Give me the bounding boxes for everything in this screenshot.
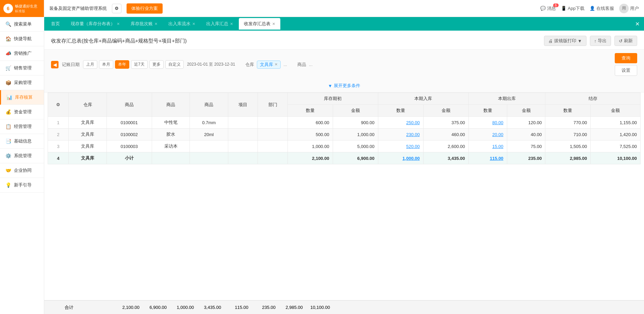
tab-bar: 首页 现存量（库存分布表） ✕ 库存批次账 ✕ 出入库流水 ✕ 出入库汇总 ✕ … bbox=[44, 17, 644, 31]
col-settings[interactable]: ⚙ bbox=[48, 93, 69, 117]
filter-collapse-btn[interactable]: ◀ bbox=[51, 61, 59, 68]
subtotal-row: 4 文具库 小计 2,100.00 6,900.00 1,000.00 3,43… bbox=[48, 152, 641, 164]
row-in-qty-2[interactable]: 230.00 bbox=[378, 129, 423, 141]
sidebar-item-finance[interactable]: 💰 资金管理 bbox=[0, 105, 44, 119]
subtotal-out-qty[interactable]: 115.00 bbox=[468, 152, 507, 164]
date-btn-7days[interactable]: 近7天 bbox=[131, 60, 148, 69]
row-out-qty-1[interactable]: 80.00 bbox=[468, 117, 507, 129]
sidebar-item-guide[interactable]: 💡 新手引导 bbox=[0, 178, 44, 193]
tab-close-batch[interactable]: ✕ bbox=[154, 22, 158, 26]
row-name-3: 采访本 bbox=[152, 141, 189, 152]
subtotal-in-amt: 3,435.00 bbox=[423, 152, 468, 164]
sidebar: 6 畅捷通好生意 标准版 🔍 搜索菜单 🏠 快捷导航 📣 营销推广 🛒 销售管理… bbox=[0, 0, 44, 314]
total-open-amt: 6,900.00 bbox=[143, 303, 170, 311]
tab-close-inventory-dist[interactable]: ✕ bbox=[117, 22, 120, 26]
app-download-action[interactable]: 📱 App下载 bbox=[561, 5, 584, 12]
dropdown-arrow-icon: ▼ bbox=[578, 38, 582, 44]
warehouse-tag-close[interactable]: ✕ bbox=[275, 62, 278, 67]
row-out-amt-1: 120.00 bbox=[507, 117, 545, 129]
tab-inventory-dist[interactable]: 现存量（库存分布表） ✕ bbox=[66, 18, 125, 30]
page-actions: 🖨 拔镜版打印 ▼ ↑ 导出 ↺ 刷新 bbox=[544, 36, 637, 46]
sidebar-item-search[interactable]: 🔍 搜索菜单 bbox=[0, 17, 44, 32]
settings-button[interactable]: ⚙ bbox=[112, 4, 121, 13]
row-in-qty-1[interactable]: 250.00 bbox=[378, 117, 423, 129]
table-row: 2 文具库 0100002 胶水 20ml 500.00 1,000.00 23… bbox=[48, 129, 641, 141]
row-num-2: 2 bbox=[48, 129, 69, 141]
search-icon: 🔍 bbox=[5, 21, 11, 27]
experience-btn[interactable]: 体验行业方案 bbox=[127, 3, 163, 14]
row-out-qty-2[interactable]: 20.00 bbox=[468, 129, 507, 141]
message-action[interactable]: 💬 消息 6 bbox=[540, 5, 556, 12]
date-btn-this-year[interactable]: 本年 bbox=[115, 60, 129, 69]
date-btn-last-month[interactable]: 上月 bbox=[83, 60, 97, 69]
user-action[interactable]: 用 用户 bbox=[619, 4, 639, 13]
sidebar-item-quick-nav[interactable]: 🏠 快捷导航 bbox=[0, 32, 44, 46]
expand-conditions-btn[interactable]: ▼ 展开更多条件 bbox=[328, 83, 360, 89]
print-button[interactable]: 🖨 拔镜版打印 ▼ bbox=[544, 36, 587, 46]
sidebar-item-operation[interactable]: 📋 经营管理 bbox=[0, 119, 44, 134]
row-out-amt-3: 75.00 bbox=[507, 141, 545, 152]
tab-inout-summary[interactable]: 出入库汇总 ✕ bbox=[201, 18, 238, 30]
date-range-display: 2023-01-01 至 2023-12-31 bbox=[187, 62, 235, 67]
export-button[interactable]: ↑ 导出 bbox=[590, 36, 611, 46]
tab-home[interactable]: 首页 bbox=[46, 18, 65, 30]
tab-close-inout-summary[interactable]: ✕ bbox=[230, 22, 233, 26]
warehouse-label: 仓库 bbox=[245, 62, 254, 68]
tab-batch[interactable]: 库存批次账 ✕ bbox=[126, 18, 163, 30]
sidebar-item-marketing[interactable]: 📣 营销推广 bbox=[0, 46, 44, 61]
tabs-close-all[interactable]: ✕ bbox=[632, 21, 642, 27]
row-close-amt-3: 7,525.00 bbox=[591, 141, 641, 152]
subtotal-open-amt: 6,900.00 bbox=[333, 152, 378, 164]
row-out-qty-3[interactable]: 15.00 bbox=[468, 141, 507, 152]
date-btn-custom[interactable]: 自定义 bbox=[165, 60, 184, 69]
row-close-amt-2: 1,420.00 bbox=[591, 129, 641, 141]
row-open-qty-2: 500.00 bbox=[287, 129, 333, 141]
system-title: 装备及固定资产辅助管理系统 bbox=[49, 5, 107, 12]
subtotal-in-qty[interactable]: 1,000.00 bbox=[378, 152, 423, 164]
page-header: 收发存汇总表(按仓库+商品编码+商品+规格型号+项目+部门) 🖨 拔镜版打印 ▼… bbox=[44, 31, 644, 50]
query-button[interactable]: 查询 bbox=[615, 53, 637, 63]
col-name: 商品 bbox=[152, 93, 189, 117]
tab-recv-send[interactable]: 收发存汇总表 ✕ bbox=[239, 18, 280, 30]
col-in: 本期入库 bbox=[378, 93, 468, 105]
export-icon: ↑ bbox=[594, 38, 597, 44]
refresh-button[interactable]: ↺ 刷新 bbox=[614, 36, 637, 46]
row-in-qty-3[interactable]: 520.00 bbox=[378, 141, 423, 152]
row-num-3: 3 bbox=[48, 141, 69, 152]
sidebar-item-enterprise[interactable]: 🤝 企业协同 bbox=[0, 163, 44, 178]
handshake-icon: 🤝 bbox=[5, 167, 11, 173]
row-close-qty-1: 770.00 bbox=[545, 117, 591, 129]
setting-button[interactable]: 设置 bbox=[615, 65, 637, 76]
row-in-amt-3: 2,600.00 bbox=[423, 141, 468, 152]
topbar: 装备及固定资产辅助管理系统 ⚙ 体验行业方案 💬 消息 6 📱 App下载 👤 … bbox=[44, 0, 644, 17]
col-out: 本期出库 bbox=[468, 93, 545, 105]
col-opening-amt: 金额 bbox=[333, 105, 378, 117]
tab-close-recv-send[interactable]: ✕ bbox=[272, 22, 275, 26]
warehouse-more[interactable]: ... bbox=[283, 62, 287, 67]
megaphone-icon: 📣 bbox=[5, 50, 11, 56]
row-close-qty-2: 710.00 bbox=[545, 129, 591, 141]
date-btn-more[interactable]: 更多 bbox=[149, 60, 164, 69]
row-dept-2 bbox=[258, 129, 287, 141]
warehouse-filter: 仓库 文具库 ✕ ... bbox=[245, 61, 287, 69]
app-logo: 6 畅捷通好生意 标准版 bbox=[0, 0, 44, 17]
tab-close-inout-flow[interactable]: ✕ bbox=[192, 22, 195, 26]
date-btn-this-month[interactable]: 本月 bbox=[99, 60, 113, 69]
col-opening: 库存期初 bbox=[287, 93, 378, 105]
warehouse-tag[interactable]: 文具库 ✕ bbox=[257, 61, 281, 69]
col-out-qty: 数量 bbox=[468, 105, 507, 117]
online-service-action[interactable]: 👤 在线客服 bbox=[590, 5, 614, 12]
sidebar-item-base-info[interactable]: 📑 基础信息 bbox=[0, 134, 44, 149]
sidebar-item-inventory[interactable]: 📊 库存核算 bbox=[0, 90, 44, 105]
gear-icon: ⚙️ bbox=[5, 153, 11, 159]
sidebar-item-sales[interactable]: 🛒 销售管理 bbox=[0, 61, 44, 76]
row-open-amt-3: 5,000.00 bbox=[333, 141, 378, 152]
col-closing: 结存 bbox=[545, 93, 641, 105]
sidebar-item-purchase[interactable]: 📦 采购管理 bbox=[0, 76, 44, 90]
subtotal-label: 小计 bbox=[106, 152, 152, 164]
table-row: 1 文具库 0100001 中性笔 0.7mm 600.00 900.00 25… bbox=[48, 117, 641, 129]
tab-inout-flow[interactable]: 出入库流水 ✕ bbox=[163, 18, 200, 30]
product-more[interactable]: ... bbox=[309, 62, 313, 67]
sidebar-item-system[interactable]: ⚙️ 系统管理 bbox=[0, 149, 44, 163]
row-name-1: 中性笔 bbox=[152, 117, 189, 129]
